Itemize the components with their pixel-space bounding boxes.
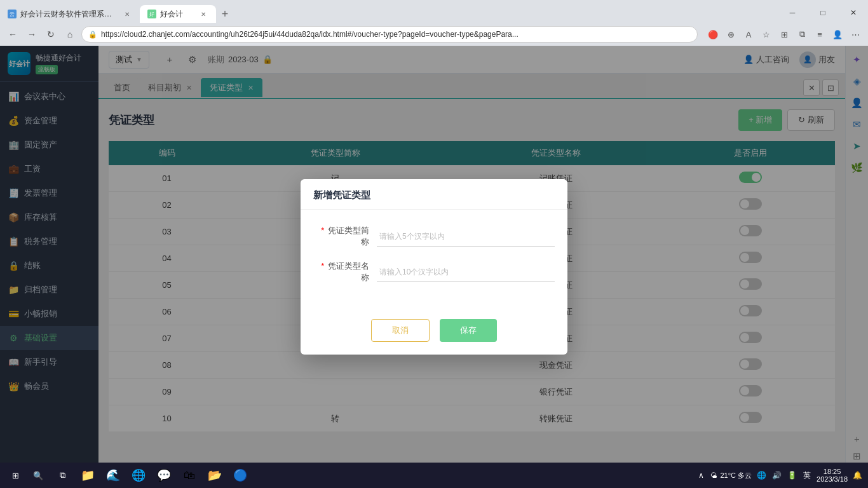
- taskview-button[interactable]: ⧉: [51, 464, 74, 487]
- edge-taskbar[interactable]: 🌊: [102, 464, 125, 487]
- tab-favicon-1: 云: [8, 10, 17, 18]
- maximize-button[interactable]: □: [808, 3, 837, 23]
- network-icon[interactable]: 🌐: [756, 470, 767, 481]
- language-indicator[interactable]: 英: [801, 470, 813, 481]
- search-button[interactable]: 🔍: [28, 465, 48, 485]
- close-tab-2[interactable]: ✕: [198, 9, 208, 19]
- address-bar[interactable]: 🔒 https://cloud2.chanjet.com/accounting/…: [81, 26, 698, 43]
- browser-taskbar[interactable]: 🔵: [229, 464, 252, 487]
- close-tab-1[interactable]: ✕: [122, 9, 132, 19]
- weather-text: 21°C 多云: [720, 471, 752, 480]
- clock[interactable]: 18:25 2023/3/18: [817, 468, 848, 483]
- tab-favicon-2: 好: [147, 10, 156, 18]
- new-voucher-type-modal: 新增凭证类型 * 凭证类型简称 * 凭证类型名称 取消 保存: [301, 179, 567, 355]
- new-tab-button[interactable]: +: [216, 5, 234, 23]
- wechat-taskbar[interactable]: 💬: [153, 464, 175, 487]
- puzzle-icon[interactable]: ⊞: [776, 27, 792, 42]
- back-button[interactable]: ←: [5, 27, 20, 42]
- form-row-name: * 凭证类型名称: [313, 261, 555, 283]
- tab-title-1: 好会计云财务软件管理系统_会计: [20, 9, 118, 20]
- bookmark-icon[interactable]: ⊕: [723, 27, 738, 42]
- files-taskbar[interactable]: 📂: [203, 464, 226, 487]
- split-view-icon[interactable]: ⧉: [794, 27, 810, 42]
- chrome-taskbar[interactable]: 🌐: [127, 464, 150, 487]
- security-icon[interactable]: 🔴: [705, 27, 721, 42]
- clock-date: 2023/3/18: [817, 475, 848, 483]
- abbr-input[interactable]: [377, 226, 555, 247]
- modal-body: * 凭证类型简称 * 凭证类型名称: [301, 210, 567, 311]
- taskbar-right: ∧ 🌤 21°C 多云 🌐 🔊 🔋 英 18:25 2023/3/18 🔔: [695, 468, 863, 483]
- name-input[interactable]: [377, 262, 555, 282]
- reload-button[interactable]: ↻: [43, 27, 58, 42]
- clock-time: 18:25: [824, 468, 841, 475]
- tab-title-2: 好会计: [160, 9, 194, 20]
- menu-icon[interactable]: ⋯: [848, 27, 863, 42]
- lock-icon: 🔒: [88, 30, 97, 39]
- user-profile-icon[interactable]: 👤: [830, 27, 845, 42]
- store-taskbar[interactable]: 🛍: [178, 464, 201, 487]
- taskbar: ⊞ 🔍 ⧉ 📁 🌊 🌐 💬 🛍 📂 🔵 ∧ 🌤 21°C 多云 🌐 🔊 🔋 英 …: [0, 463, 868, 488]
- browser-tab-2[interactable]: 好 好会计 ✕: [140, 5, 216, 23]
- font-icon[interactable]: A: [741, 27, 756, 42]
- modal-overlay: 新增凭证类型 * 凭证类型简称 * 凭证类型名称 取消 保存: [0, 46, 868, 488]
- notifications-icon[interactable]: 🔔: [851, 470, 863, 481]
- forward-button[interactable]: →: [24, 27, 39, 42]
- chevron-tray-icon[interactable]: ∧: [695, 470, 707, 481]
- modal-footer: 取消 保存: [301, 311, 567, 355]
- start-button[interactable]: ⊞: [5, 465, 25, 485]
- close-button[interactable]: ✕: [839, 3, 868, 23]
- name-label: * 凭证类型名称: [313, 261, 377, 283]
- url-text: https://cloud2.chanjet.com/accounting/uh…: [101, 30, 691, 39]
- cancel-button[interactable]: 取消: [371, 319, 430, 342]
- home-button[interactable]: ⌂: [62, 27, 78, 42]
- star-icon[interactable]: ☆: [759, 27, 774, 42]
- browser-tab-1[interactable]: 云 好会计云财务软件管理系统_会计 ✕: [0, 5, 140, 23]
- collections-icon[interactable]: ≡: [812, 27, 827, 42]
- minimize-button[interactable]: ─: [778, 3, 807, 23]
- modal-header: 新增凭证类型: [301, 179, 567, 210]
- save-button[interactable]: 保存: [440, 319, 497, 342]
- weather-info: 🌤 21°C 多云: [710, 471, 752, 480]
- sound-icon[interactable]: 🔊: [771, 470, 782, 481]
- form-row-abbr: * 凭证类型简称: [313, 225, 555, 248]
- file-explorer-taskbar[interactable]: 📁: [76, 464, 99, 487]
- abbr-label: * 凭证类型简称: [313, 225, 377, 248]
- battery-icon[interactable]: 🔋: [786, 470, 797, 481]
- weather-icon: 🌤: [710, 471, 717, 479]
